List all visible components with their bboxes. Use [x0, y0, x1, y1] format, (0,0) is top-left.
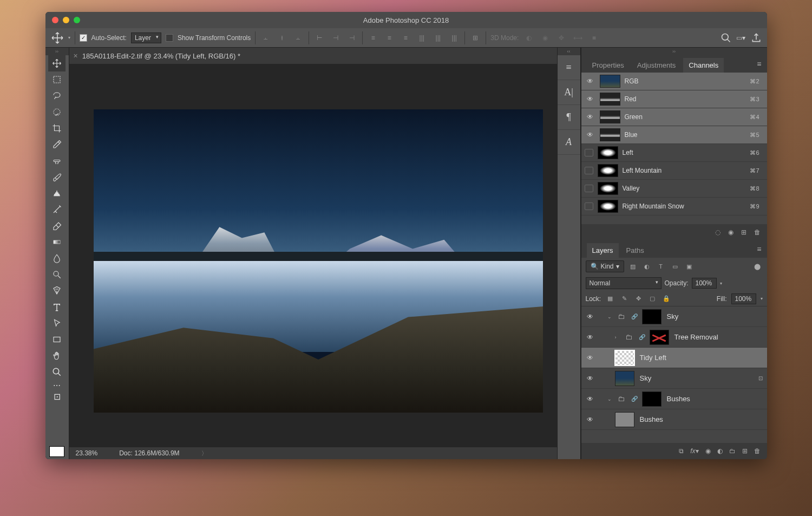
- filter-smart-icon[interactable]: ▣: [684, 262, 695, 271]
- panel-icon-1[interactable]: ≡: [558, 55, 580, 80]
- channel-row[interactable]: 👁Blue⌘5: [581, 126, 767, 144]
- minimize-window-button[interactable]: [63, 17, 69, 23]
- load-selection-icon[interactable]: ◌: [715, 228, 721, 236]
- layer-row[interactable]: 👁⌄🗀🔗Sky: [581, 306, 767, 327]
- filter-shape-icon[interactable]: ▭: [670, 262, 680, 271]
- channel-row[interactable]: 👁Green⌘4: [581, 108, 767, 126]
- layer-row[interactable]: 👁Bushes: [581, 409, 767, 430]
- filter-pixel-icon[interactable]: ▨: [627, 262, 638, 271]
- group-toggle-icon[interactable]: ⌄: [607, 314, 614, 319]
- workspace-switcher-icon[interactable]: ▭▾: [736, 32, 746, 43]
- close-tab-icon[interactable]: ×: [74, 51, 78, 60]
- lasso-tool[interactable]: [48, 88, 66, 104]
- path-select-tool[interactable]: [48, 315, 66, 331]
- visibility-eye-icon[interactable]: 👁: [585, 395, 595, 403]
- visibility-eye-icon[interactable]: 👁: [585, 130, 595, 139]
- clone-stamp-tool[interactable]: [48, 185, 66, 201]
- close-window-button[interactable]: [52, 17, 58, 23]
- gradient-tool[interactable]: [48, 234, 66, 250]
- layer-style-icon[interactable]: fx▾: [690, 447, 698, 455]
- tab-adjustments[interactable]: Adjustments: [632, 58, 682, 73]
- delete-layer-icon[interactable]: 🗑: [754, 447, 761, 455]
- lock-image-icon[interactable]: ✎: [619, 295, 629, 303]
- distribute-hcenter-icon[interactable]: |||: [432, 32, 444, 43]
- layer-thumb[interactable]: [615, 412, 634, 427]
- visibility-eye-icon[interactable]: 👁: [585, 312, 595, 321]
- lock-artboard-icon[interactable]: ▢: [647, 295, 657, 303]
- layers-panel-menu-icon[interactable]: ≡: [757, 245, 761, 253]
- distribute-right-icon[interactable]: |||: [448, 32, 460, 43]
- layer-mask-thumb[interactable]: [642, 309, 662, 324]
- layer-thumb[interactable]: [615, 350, 634, 365]
- lock-all-icon[interactable]: 🔒: [662, 295, 671, 303]
- channel-row[interactable]: Right Mountain Snow⌘9: [581, 198, 767, 215]
- glyphs-panel-icon[interactable]: A: [558, 130, 580, 155]
- tab-layers[interactable]: Layers: [587, 243, 619, 258]
- dock-collapse-icon[interactable]: ‹‹: [558, 48, 580, 55]
- more-tools-icon[interactable]: ⋯: [48, 380, 66, 391]
- filter-kind-select[interactable]: 🔍Kind ▾: [586, 260, 624, 272]
- 3d-orbit-icon[interactable]: ◐: [523, 32, 535, 43]
- distribute-vcenter-icon[interactable]: ≡: [383, 32, 395, 43]
- channel-row[interactable]: Valley⌘8: [581, 180, 767, 198]
- dodge-tool[interactable]: [48, 266, 66, 283]
- auto-align-icon[interactable]: ⊞: [469, 32, 481, 43]
- visibility-eye-icon[interactable]: 👁: [585, 415, 595, 424]
- opacity-dropdown-icon[interactable]: ▾: [720, 281, 722, 286]
- group-toggle-icon[interactable]: ⌄: [607, 396, 614, 402]
- eyedropper-tool[interactable]: [48, 136, 66, 153]
- visibility-eye-icon[interactable]: 👁: [585, 95, 595, 103]
- quick-select-tool[interactable]: [48, 104, 66, 120]
- healing-brush-tool[interactable]: [48, 153, 66, 169]
- link-layers-icon[interactable]: ⧉: [679, 447, 684, 455]
- group-toggle-icon[interactable]: ›: [615, 335, 621, 340]
- layer-row[interactable]: 👁Tidy Left: [581, 348, 767, 368]
- search-icon[interactable]: [721, 32, 731, 43]
- eraser-tool[interactable]: [48, 218, 66, 234]
- distribute-bottom-icon[interactable]: ≡: [400, 32, 411, 43]
- distribute-left-icon[interactable]: |||: [416, 32, 428, 43]
- align-top-icon[interactable]: ⫠: [260, 32, 272, 43]
- fx-badge[interactable]: ⊡: [758, 375, 763, 381]
- share-icon[interactable]: [751, 32, 762, 43]
- blur-tool[interactable]: [48, 250, 66, 266]
- type-tool[interactable]: [48, 299, 66, 315]
- channel-row[interactable]: Left Mountain⌘7: [581, 162, 767, 180]
- auto-select-target-select[interactable]: Layer: [131, 32, 161, 43]
- new-layer-icon[interactable]: ⊞: [742, 447, 748, 455]
- tab-paths[interactable]: Paths: [621, 243, 650, 258]
- visibility-eye-icon[interactable]: [585, 203, 593, 210]
- layer-row[interactable]: 👁⌄🗀🔗Bushes: [581, 389, 767, 409]
- rectangle-tool[interactable]: [48, 331, 66, 348]
- visibility-eye-icon[interactable]: [585, 149, 593, 156]
- fill-input[interactable]: 100%: [731, 293, 756, 304]
- show-transform-checkbox[interactable]: [166, 34, 173, 42]
- layer-row[interactable]: 👁Sky⊡: [581, 368, 767, 389]
- history-brush-tool[interactable]: [48, 201, 66, 218]
- visibility-eye-icon[interactable]: 👁: [585, 77, 595, 86]
- hand-tool[interactable]: [48, 348, 66, 364]
- paragraph-panel-icon[interactable]: ¶: [558, 105, 580, 130]
- tool-preset-dropdown-icon[interactable]: ▾: [68, 35, 70, 40]
- layer-mask-thumb[interactable]: [650, 330, 669, 345]
- visibility-eye-icon[interactable]: 👁: [585, 333, 595, 342]
- distribute-top-icon[interactable]: ≡: [367, 32, 379, 43]
- 3d-pan-icon[interactable]: ✥: [555, 32, 567, 43]
- layer-thumb[interactable]: [615, 371, 634, 386]
- new-group-icon[interactable]: 🗀: [729, 447, 736, 455]
- visibility-eye-icon[interactable]: 👁: [585, 113, 595, 121]
- channel-row[interactable]: Left⌘6: [581, 144, 767, 162]
- visibility-eye-icon[interactable]: 👁: [585, 354, 595, 362]
- zoom-level[interactable]: 23.38%: [76, 449, 98, 457]
- new-adjustment-icon[interactable]: ◐: [717, 447, 723, 455]
- channel-row[interactable]: 👁RGB⌘2: [581, 73, 767, 90]
- fullscreen-window-button[interactable]: [74, 17, 80, 23]
- zoom-tool[interactable]: [48, 364, 66, 380]
- align-left-icon[interactable]: ⊢: [313, 32, 325, 43]
- layer-row[interactable]: 👁›🗀🔗Tree Removal: [581, 327, 767, 348]
- brush-tool[interactable]: [48, 169, 66, 185]
- marquee-tool[interactable]: [48, 71, 66, 88]
- 3d-camera-icon[interactable]: ■: [588, 32, 600, 43]
- filter-type-icon[interactable]: T: [656, 262, 666, 271]
- align-right-icon[interactable]: ⊣: [346, 32, 358, 43]
